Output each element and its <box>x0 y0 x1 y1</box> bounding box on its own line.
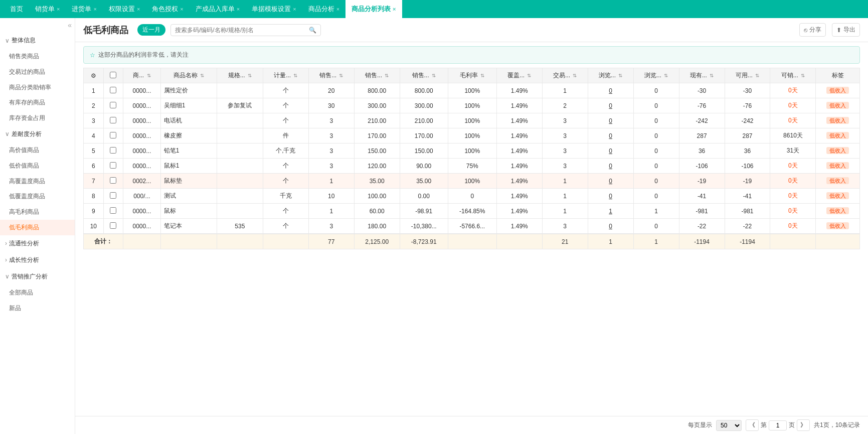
row-select-checkbox[interactable] <box>110 102 116 108</box>
row-browse-link[interactable]: 0 <box>588 113 633 128</box>
row-trade-count: 1 <box>542 189 588 204</box>
row-select-checkbox[interactable] <box>110 222 116 229</box>
col-sale-qty[interactable]: 销售... ⇅ <box>308 68 354 83</box>
nav-product-analysis-list[interactable]: 商品分析列表 × <box>345 0 402 18</box>
nav-sales-order[interactable]: 销货单 × <box>29 0 66 18</box>
row-browse-link[interactable]: 0 <box>588 174 633 189</box>
prev-page-button[interactable]: 《 <box>746 419 759 431</box>
nav-purchase-order[interactable]: 进货单 × <box>66 0 102 18</box>
row-checkbox[interactable] <box>103 143 123 159</box>
next-page-button[interactable]: 》 <box>797 419 810 431</box>
row-browse-link[interactable]: 0 <box>588 83 633 98</box>
row-checkbox[interactable] <box>103 174 123 189</box>
search-box[interactable]: 🔍 <box>170 24 321 36</box>
sidebar-item-traded-products[interactable]: 交易过的商品 <box>0 64 75 80</box>
close-icon[interactable]: × <box>57 6 60 12</box>
sidebar-item-category-rate[interactable]: 商品分类助销率 <box>0 80 75 95</box>
col-code[interactable]: 商... ⇅ <box>123 68 160 83</box>
row-sale-amount: 180.00 <box>354 219 400 234</box>
filter-tag-recent-month[interactable]: 近一月 <box>137 24 165 36</box>
row-browse-link[interactable]: 0 <box>588 159 633 174</box>
nav-role-auth[interactable]: 角色授权 × <box>146 0 189 18</box>
export-button[interactable]: ⬆ 导出 <box>832 23 860 37</box>
col-sale-amount[interactable]: 销售... ⇅ <box>354 68 400 83</box>
row-checkbox[interactable] <box>103 219 123 234</box>
col-checkbox[interactable] <box>103 68 123 83</box>
current-page-input[interactable] <box>769 420 787 430</box>
row-select-checkbox[interactable] <box>110 117 116 123</box>
nav-home[interactable]: 首页 <box>4 0 29 18</box>
col-available[interactable]: 可用... ⇅ <box>725 68 770 83</box>
search-icon[interactable]: 🔍 <box>309 27 316 34</box>
row-checkbox[interactable] <box>103 113 123 128</box>
close-icon[interactable]: × <box>237 6 240 12</box>
nav-product-analysis[interactable]: 商品分析 × <box>302 0 345 18</box>
row-select-checkbox[interactable] <box>110 132 116 138</box>
sidebar-group-overall-title[interactable]: ∨ 整体信息 <box>0 32 75 49</box>
sidebar-item-low-value[interactable]: 低价值商品 <box>0 158 75 174</box>
close-icon[interactable]: × <box>293 6 296 12</box>
row-browse-link[interactable]: 1 <box>588 204 633 219</box>
close-icon[interactable]: × <box>93 6 96 12</box>
sidebar-item-all-products[interactable]: 全部商品 <box>0 285 75 301</box>
close-icon[interactable]: × <box>336 6 339 12</box>
row-checkbox[interactable] <box>103 128 123 143</box>
close-icon[interactable]: × <box>393 6 396 12</box>
col-unit[interactable]: 计量... ⇅ <box>263 68 308 83</box>
total-pages-info: 共1页，10条记录 <box>814 421 860 429</box>
sidebar-collapse-button[interactable]: « <box>0 18 75 32</box>
row-select-checkbox[interactable] <box>110 192 116 199</box>
table-container[interactable]: ⚙ 商... ⇅ 商品名称 ⇅ 规格... ⇅ 计量... ⇅ 销售... ⇅ … <box>75 68 868 416</box>
row-checkbox[interactable] <box>103 83 123 98</box>
select-all-checkbox[interactable] <box>110 72 116 78</box>
sidebar-group-liquidity-title[interactable]: › 流通性分析 <box>0 235 75 252</box>
nav-product-inbound[interactable]: 产成品入库单 × <box>190 0 246 18</box>
col-stock[interactable]: 现有... ⇅ <box>679 68 725 83</box>
row-select-checkbox[interactable] <box>110 177 116 184</box>
row-browse-link[interactable]: 0 <box>588 189 633 204</box>
close-icon[interactable]: × <box>180 6 183 12</box>
sidebar-item-high-value[interactable]: 高价值商品 <box>0 142 75 158</box>
sidebar-group-marketing-title[interactable]: ∨ 营销推广分析 <box>0 268 75 285</box>
sidebar-item-sales-products[interactable]: 销售类商品 <box>0 49 75 64</box>
sidebar-item-low-profit[interactable]: 低毛利商品 <box>0 220 75 235</box>
sidebar-item-new-products[interactable]: 新品 <box>0 301 75 316</box>
sidebar-item-capital[interactable]: 库存资金占用 <box>0 110 75 126</box>
row-checkbox[interactable] <box>103 159 123 174</box>
row-browse-link[interactable]: 0 <box>588 98 633 113</box>
col-saleable-days[interactable]: 可销... ⇅ <box>770 68 816 83</box>
col-name[interactable]: 商品名称 ⇅ <box>160 68 217 83</box>
close-icon[interactable]: × <box>137 6 140 12</box>
row-select-checkbox[interactable] <box>110 207 116 214</box>
col-trade-count[interactable]: 交易... ⇅ <box>542 68 588 83</box>
row-checkbox[interactable] <box>103 204 123 219</box>
row-select-checkbox[interactable] <box>110 162 116 169</box>
col-cover-rate[interactable]: 覆盖... ⇅ <box>496 68 542 83</box>
page-size-select[interactable]: 50 100 200 <box>716 420 742 431</box>
sidebar-group-tolerance-title[interactable]: ∨ 差耐度分析 <box>0 126 75 142</box>
sidebar-item-stock-products[interactable]: 有库存的商品 <box>0 95 75 110</box>
col-spec[interactable]: 规格... ⇅ <box>217 68 263 83</box>
search-input[interactable] <box>175 27 307 34</box>
sidebar-item-high-coverage[interactable]: 高覆盖度商品 <box>0 174 75 189</box>
row-checkbox[interactable] <box>103 189 123 204</box>
col-sale-profit[interactable]: 销售... ⇅ <box>400 68 448 83</box>
row-checkbox[interactable] <box>103 98 123 113</box>
sidebar-item-low-coverage[interactable]: 低覆盖度商品 <box>0 189 75 204</box>
col-settings[interactable]: ⚙ <box>84 68 104 83</box>
row-browse-link[interactable]: 0 <box>588 219 633 234</box>
row-select-checkbox[interactable] <box>110 147 116 154</box>
share-button[interactable]: ⎋ 分享 <box>799 23 826 37</box>
row-browse-link[interactable]: 0 <box>588 143 633 159</box>
sidebar-item-high-profit[interactable]: 高毛利商品 <box>0 204 75 220</box>
nav-permission[interactable]: 权限设置 × <box>103 0 146 18</box>
col-gross-rate[interactable]: 毛利率 ⇅ <box>448 68 496 83</box>
row-select-checkbox[interactable] <box>110 87 116 93</box>
sidebar-group-growth-title[interactable]: › 成长性分析 <box>0 252 75 268</box>
col-browse-link[interactable]: 浏览... ⇅ <box>588 68 633 83</box>
row-browse-link[interactable]: 0 <box>588 128 633 143</box>
row-saleable-days: 0天 <box>770 113 816 128</box>
nav-template[interactable]: 单据模板设置 × <box>246 0 302 18</box>
col-browse-count[interactable]: 浏览... ⇅ <box>633 68 679 83</box>
table-row: 6 0000... 鼠标1 个 3 120.00 90.00 75% 1.49%… <box>84 159 860 174</box>
